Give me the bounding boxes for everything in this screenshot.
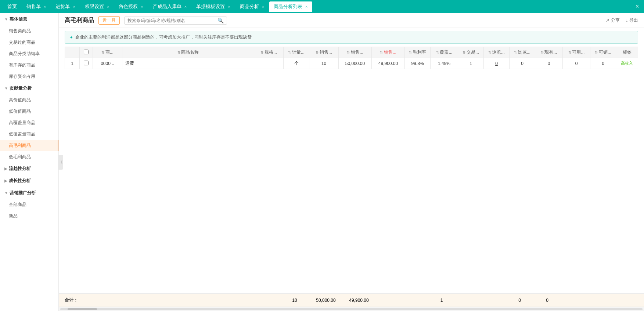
footer-sales-amt: 50,000.00 bbox=[309, 298, 342, 303]
nav-tab-analysis-list[interactable]: 商品分析列表 × bbox=[269, 1, 312, 12]
th-coverage[interactable]: 覆盖... bbox=[431, 47, 458, 58]
sidebar-item-sales-goods[interactable]: 销售类商品 bbox=[0, 25, 58, 37]
close-icon[interactable]: × bbox=[44, 4, 46, 9]
th-transactions[interactable]: 交易... bbox=[458, 47, 484, 58]
close-icon[interactable]: × bbox=[262, 4, 264, 9]
nav-tab-instock[interactable]: 产成品入库单 × bbox=[148, 1, 191, 12]
cell-saleable: 0 bbox=[590, 58, 616, 69]
sidebar-wrapper: ▼ 整体信息 销售类商品 交易过的商品 商品分类助销率 有库存的商品 库存资金占… bbox=[0, 13, 59, 311]
row-checkbox[interactable] bbox=[84, 61, 89, 65]
th-saleable[interactable]: 可销... bbox=[590, 47, 616, 58]
share-button[interactable]: ↗ 分享 bbox=[606, 17, 620, 23]
cell-current-stock: 0 bbox=[535, 58, 563, 69]
th-browse1[interactable]: 浏览... bbox=[484, 47, 510, 58]
sidebar-group-contribution[interactable]: ▼ 贡献量分析 bbox=[0, 82, 58, 94]
th-code[interactable]: 商... bbox=[93, 47, 122, 58]
chevron-right-icon: ▶ bbox=[4, 167, 7, 171]
search-icon[interactable]: 🔍 bbox=[217, 18, 224, 23]
cell-checkbox[interactable] bbox=[80, 58, 93, 69]
th-sales-amt[interactable]: 销售... bbox=[339, 47, 372, 58]
window-close-button[interactable]: × bbox=[633, 3, 641, 10]
sidebar-item-low-margin[interactable]: 低毛利商品 bbox=[0, 151, 58, 163]
sidebar-item-low-value[interactable]: 低价值商品 bbox=[0, 106, 58, 117]
nav-tab-label: 商品分析 bbox=[240, 3, 259, 10]
th-name[interactable]: 商品名称 bbox=[122, 47, 254, 58]
cell-browse1[interactable]: 0 bbox=[484, 58, 510, 69]
nav-tab-label: 销售单 bbox=[26, 3, 41, 10]
sidebar-group-label: 成长性分析 bbox=[9, 178, 31, 184]
nav-tab-purchase[interactable]: 进货单 × bbox=[51, 1, 79, 12]
sidebar-collapse-button[interactable]: 《 bbox=[58, 155, 63, 170]
select-all-checkbox[interactable] bbox=[84, 50, 89, 54]
cell-tag: 高收入 bbox=[616, 58, 638, 69]
sidebar-item-new-goods[interactable]: 新品 bbox=[0, 210, 58, 222]
th-checkbox[interactable] bbox=[80, 47, 93, 58]
sidebar-group-overall[interactable]: ▼ 整体信息 bbox=[0, 13, 58, 25]
footer-sales-qty: 10 bbox=[280, 298, 309, 303]
sidebar-group-growth[interactable]: ▶ 成长性分析 bbox=[0, 175, 58, 187]
table-header-row: 商... 商品名称 规格... 计量... 销售... 销售... 销售... … bbox=[65, 47, 638, 58]
close-icon[interactable]: × bbox=[107, 4, 109, 9]
nav-tab-label: 产成品入库单 bbox=[153, 3, 181, 10]
nav-tab-label: 首页 bbox=[7, 3, 17, 10]
chevron-right-icon: ▶ bbox=[4, 179, 7, 183]
close-icon[interactable]: × bbox=[141, 4, 143, 9]
share-icon: ↗ bbox=[606, 18, 609, 23]
nav-tab-label: 商品分析列表 bbox=[274, 3, 302, 10]
sidebar-item-traded-goods[interactable]: 交易过的商品 bbox=[0, 37, 58, 48]
nav-tab-home[interactable]: 首页 bbox=[3, 1, 21, 12]
nav-tab-label: 单据模板设置 bbox=[196, 3, 225, 10]
sidebar-item-in-stock[interactable]: 有库存的商品 bbox=[0, 59, 58, 71]
cell-browse2: 0 bbox=[510, 58, 535, 69]
sidebar-item-high-margin[interactable]: 高毛利商品 bbox=[0, 140, 58, 151]
nav-tab-analysis[interactable]: 商品分析 × bbox=[235, 1, 269, 12]
sidebar-group-label: 整体信息 bbox=[10, 16, 27, 22]
close-icon[interactable]: × bbox=[73, 4, 75, 9]
sidebar-group-trend[interactable]: ▶ 流趋性分析 bbox=[0, 163, 58, 175]
nav-tab-role[interactable]: 角色授权 × bbox=[114, 1, 147, 12]
info-icon: ✦ bbox=[69, 35, 73, 40]
nav-tab-label: 进货单 bbox=[55, 3, 70, 10]
th-spec[interactable]: 规格... bbox=[254, 47, 284, 58]
search-input[interactable] bbox=[127, 18, 216, 23]
nav-tab-template[interactable]: 单据模板设置 × bbox=[192, 1, 234, 12]
footer-transactions: 1 bbox=[429, 298, 454, 303]
close-icon[interactable]: × bbox=[305, 4, 307, 9]
close-icon[interactable]: × bbox=[228, 4, 230, 9]
nav-tab-sales[interactable]: 销售单 × bbox=[22, 1, 50, 12]
footer-total: 合计： 10 50,000.00 49,900.00 1 0 0 bbox=[59, 293, 644, 307]
time-filter-button[interactable]: 近一月 bbox=[98, 16, 120, 25]
content-header: 高毛利商品 近一月 🔍 ↗ 分享 ↓ 导出 bbox=[59, 13, 644, 28]
sidebar-group-marketing[interactable]: ▼ 营销推广分析 bbox=[0, 187, 58, 199]
footer-sales-profit: 49,900.00 bbox=[342, 298, 375, 303]
sidebar-group-label: 营销推广分析 bbox=[10, 190, 36, 196]
cell-gross-margin: 99.8% bbox=[405, 58, 431, 69]
close-icon[interactable]: × bbox=[184, 4, 187, 9]
header-actions: ↗ 分享 ↓ 导出 bbox=[606, 17, 638, 23]
th-current-stock[interactable]: 现有... bbox=[535, 47, 563, 58]
th-available-stock[interactable]: 可用... bbox=[563, 47, 590, 58]
nav-tab-label: 权限设置 bbox=[85, 3, 104, 10]
page-title: 高毛利商品 bbox=[65, 17, 94, 24]
sidebar-item-stock-capital[interactable]: 库存资金占用 bbox=[0, 71, 58, 82]
sidebar-item-all-goods[interactable]: 全部商品 bbox=[0, 199, 58, 210]
cell-coverage: 1.49% bbox=[431, 58, 458, 69]
nav-tab-permission[interactable]: 权限设置 × bbox=[80, 1, 114, 12]
th-sales-qty[interactable]: 销售... bbox=[309, 47, 339, 58]
data-table: 商... 商品名称 规格... 计量... 销售... 销售... 销售... … bbox=[65, 47, 638, 69]
sidebar-group-label: 流趋性分析 bbox=[9, 166, 31, 172]
export-button[interactable]: ↓ 导出 bbox=[626, 17, 638, 23]
sidebar-item-category-rate[interactable]: 商品分类助销率 bbox=[0, 48, 58, 59]
top-nav: 首页 销售单 × 进货单 × 权限设置 × 角色授权 × 产成品入库单 × 单据… bbox=[0, 0, 644, 13]
th-sales-profit[interactable]: 销售... bbox=[372, 47, 405, 58]
chevron-down-icon: ▼ bbox=[4, 17, 8, 21]
sidebar-item-high-value[interactable]: 高价值商品 bbox=[0, 94, 58, 106]
th-unit[interactable]: 计量... bbox=[284, 47, 309, 58]
sidebar-item-low-coverage[interactable]: 低覆盖量商品 bbox=[0, 129, 58, 140]
sidebar-item-high-coverage[interactable]: 高覆盖量商品 bbox=[0, 117, 58, 129]
horizontal-scrollbar[interactable] bbox=[59, 307, 644, 311]
th-browse2[interactable]: 浏览... bbox=[510, 47, 535, 58]
th-gross-margin[interactable]: 毛利率 bbox=[405, 47, 431, 58]
scrollbar-thumb[interactable] bbox=[68, 308, 97, 310]
footer-available-stock: 0 bbox=[533, 298, 561, 303]
